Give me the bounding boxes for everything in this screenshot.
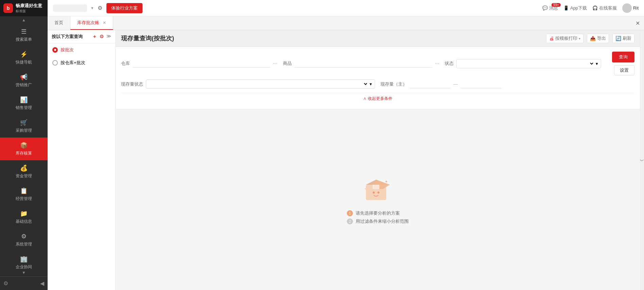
collapse-bar[interactable]: ∧ 收起更多条件: [121, 93, 634, 104]
tab-batch-account[interactable]: 库存批次账 ✕: [70, 16, 113, 30]
svg-text:✦: ✦: [364, 187, 367, 191]
filter-title: 按以下方案查询: [52, 34, 83, 40]
sidebar-scroll-up[interactable]: ▲: [0, 16, 48, 24]
sidebar-item-enterprise[interactable]: 🏢 企业协同: [0, 251, 48, 269]
print-dropdown-icon[interactable]: ▾: [579, 37, 580, 40]
refresh-label: 刷新: [623, 35, 631, 41]
svg-point-5: [377, 192, 379, 194]
empty-icon: ✦ ✦: [361, 173, 395, 207]
inventory-qty-to-input[interactable]: [460, 80, 501, 88]
right-panel-toggle[interactable]: ❯: [640, 159, 644, 162]
warehouse-dots-button[interactable]: ···: [273, 60, 277, 67]
inventory-status-dropdown-icon: ▾: [370, 81, 372, 87]
sidebar-item-marketing[interactable]: 📢 营销推广: [0, 69, 48, 92]
sidebar-header: b 畅康通好生意 标准版: [0, 0, 48, 16]
empty-tips: 1 请先选择要分析的方案 2 用过滤条件来缩小分析范围: [347, 210, 409, 226]
sidebar-item-purchase[interactable]: 🛒 采购管理: [0, 115, 48, 138]
filter-item-batch[interactable]: 按批次: [48, 43, 115, 56]
page-title: 现存量查询(按批次): [121, 34, 174, 42]
search-menu-icon: ☰: [21, 28, 27, 35]
sidebar-item-label-finance: 资金管理: [16, 173, 32, 179]
export-button[interactable]: 📤 导出: [587, 34, 609, 43]
footer-collapse-icon[interactable]: ◀: [40, 280, 44, 287]
sidebar-item-label-quick-nav: 快捷导航: [16, 59, 32, 65]
basic-icon: 📁: [20, 210, 28, 217]
sidebar-item-system[interactable]: ⚙ 系统管理: [0, 229, 48, 251]
status-select-input[interactable]: [459, 61, 594, 67]
marketing-icon: 📢: [20, 73, 28, 81]
sidebar-item-label-basic: 基础信息: [16, 219, 32, 224]
sidebar-item-label-inventory: 库存核算: [16, 150, 32, 156]
filter-dot-inner-batch: [54, 49, 56, 51]
tab-home[interactable]: 首页: [48, 16, 70, 30]
username-label: Rit: [633, 5, 639, 11]
inventory-status-select[interactable]: ▾: [146, 79, 375, 89]
filter-item-warehouse-batch[interactable]: 按仓库+批次: [48, 56, 115, 69]
breadcrumb-dropdown-icon[interactable]: ▾: [91, 5, 94, 11]
messages-button[interactable]: 💬 消息 99+: [542, 5, 558, 11]
product-dots-button[interactable]: ···: [435, 60, 439, 67]
app-logo: b: [3, 3, 13, 13]
filter-add-icon[interactable]: ＋: [92, 34, 97, 40]
status-label: 状态: [445, 60, 454, 67]
user-avatar: [622, 3, 632, 13]
sidebar-scroll-down[interactable]: ▼: [0, 269, 48, 276]
online-service-label: 在线客服: [599, 5, 617, 11]
inventory-qty-field: 现存量（主） —: [380, 80, 634, 88]
inventory-icon: 📦: [20, 142, 28, 149]
sidebar-footer: ⚙ ◀: [0, 276, 48, 290]
right-panel: ❯: [640, 30, 644, 290]
filter-header-icons: ＋ ⊙ ≫: [92, 34, 111, 40]
tip-num-1: 1: [347, 210, 353, 216]
empty-icon-svg: ✦ ✦: [361, 173, 395, 207]
header-left: ▾ ⚙ 体验行业方案: [53, 3, 142, 13]
status-select[interactable]: ▾: [456, 59, 601, 68]
empty-tip-2: 2 用过滤条件来缩小分析范围: [347, 218, 409, 224]
filter-dot-warehouse-batch: [52, 60, 58, 66]
warehouse-field: 仓库 ···: [121, 59, 277, 68]
breadcrumb-input[interactable]: [53, 4, 87, 12]
system-icon: ⚙: [21, 233, 27, 240]
tab-close-icon[interactable]: ✕: [103, 20, 106, 25]
refresh-button[interactable]: 🔄 刷新: [612, 34, 634, 43]
sidebar-item-finance[interactable]: 💰 资金管理: [0, 160, 48, 183]
query-button[interactable]: 查询: [612, 52, 634, 62]
svg-rect-3: [373, 185, 379, 189]
product-input[interactable]: [294, 59, 432, 68]
print-button[interactable]: 🖨 按模板打印 ▾: [546, 34, 583, 43]
svg-point-4: [373, 192, 375, 194]
filter-item-batch-label: 按批次: [61, 47, 74, 53]
inventory-qty-from-input[interactable]: [410, 80, 451, 88]
sales-icon: 📊: [20, 96, 28, 104]
footer-settings-icon[interactable]: ⚙: [3, 280, 8, 287]
tab-panel-close-button[interactable]: ✕: [631, 16, 644, 30]
sidebar-item-inventory[interactable]: 📦 库存核算: [0, 138, 48, 160]
sidebar-item-search[interactable]: ☰ 搜索菜单: [0, 24, 48, 47]
product-label: 商品: [283, 60, 292, 67]
filter-collapse-icon[interactable]: ≫: [106, 34, 111, 40]
inventory-status-field: 现存量状态 ▾: [121, 79, 375, 89]
sidebar-item-basic[interactable]: 📁 基础信息: [0, 206, 48, 229]
warehouse-input[interactable]: [133, 59, 270, 68]
sidebar-item-sales[interactable]: 📊 销售管理: [0, 92, 48, 115]
user-avatar-button[interactable]: Rit: [622, 3, 639, 13]
inventory-status-select-input[interactable]: [149, 81, 368, 87]
print-icon: 🖨: [549, 36, 554, 41]
settings-button[interactable]: 设置: [614, 65, 634, 75]
sidebar-item-operations[interactable]: 📋 经营管理: [0, 183, 48, 206]
sidebar-item-quick-nav[interactable]: ⚡ 快捷导航: [0, 47, 48, 69]
form-row-2: 现存量状态 ▾ 现存量（主） —: [121, 79, 634, 89]
inventory-qty-dash: —: [453, 81, 458, 87]
industry-solution-button[interactable]: 体验行业方案: [106, 3, 142, 13]
tip-num-2: 2: [347, 218, 353, 224]
header-gear-icon[interactable]: ⚙: [98, 5, 102, 11]
sidebar-item-label-search: 搜索菜单: [16, 37, 32, 42]
tab-home-label: 首页: [54, 20, 63, 25]
app-download-icon: 📱: [563, 5, 569, 11]
sidebar-item-label-marketing: 营销推广: [16, 82, 32, 88]
app-download-button[interactable]: 📱 App下载: [563, 5, 587, 11]
sidebar-item-label-sales: 销售管理: [16, 105, 32, 111]
filter-settings-icon[interactable]: ⊙: [100, 34, 104, 40]
online-service-button[interactable]: 🎧 在线客服: [592, 5, 617, 11]
filter-item-warehouse-batch-label: 按仓库+批次: [61, 60, 85, 66]
